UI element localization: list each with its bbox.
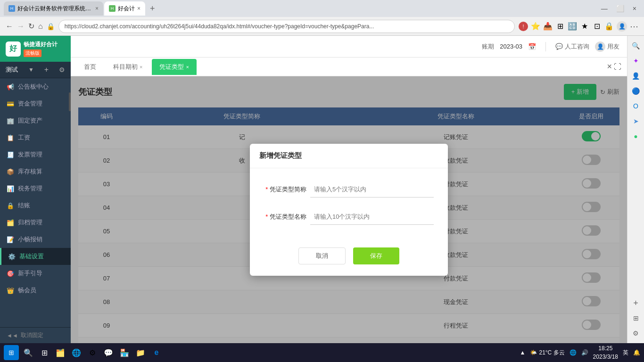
sidebar-item-tax[interactable]: 📊 税务管理 [0, 180, 71, 197]
rp-outlook-icon[interactable]: O [630, 100, 642, 112]
taskbar-edge[interactable]: 🌐 [70, 346, 83, 359]
full-name-input[interactable] [310, 209, 434, 225]
tab-subject-close[interactable]: × [140, 64, 142, 70]
report-icon: 📝 [7, 236, 14, 243]
taskbar-network-icon[interactable]: 🌐 [570, 349, 577, 356]
start-button[interactable]: ⊞ [4, 345, 19, 360]
consult-button[interactable]: 💬 人工咨询 [555, 42, 589, 51]
rp-add-icon[interactable]: + [630, 297, 642, 309]
sidebar-item-member[interactable]: 👑 畅会员 [0, 282, 71, 299]
taskbar-apps[interactable]: ⊞ [38, 346, 51, 359]
rp-star-icon[interactable]: ✦ [630, 55, 642, 67]
tab-voucher-type[interactable]: 凭证类型 × [152, 59, 196, 75]
nav-refresh[interactable]: ↻ [28, 22, 34, 31]
taskbar-up-arrow[interactable]: ▲ [520, 349, 526, 356]
main-area: 账期 2023-03 📅 💬 人工咨询 👤 用友 首页 科目期初 × [71, 36, 627, 343]
ext-icon-8[interactable]: 🔒 [604, 22, 614, 31]
sidebar-item-announcement[interactable]: 📢 公告板中心 [0, 78, 71, 95]
field-short-name: * 凭证类型简称 [264, 181, 434, 197]
sidebar-item-report[interactable]: 📝 小畅报销 [0, 231, 71, 248]
sidebar-item-settings[interactable]: ⚙️ 基础设置 [0, 248, 71, 265]
taskbar-search[interactable]: 🔍 [22, 346, 35, 359]
taskbar-edge2[interactable]: e [150, 346, 163, 359]
tab-expand-button[interactable]: ⛶ [614, 63, 621, 71]
user-label: 用友 [607, 42, 619, 51]
rp-person-icon[interactable]: 👤 [630, 70, 642, 82]
cancel-button[interactable]: 取消 [298, 247, 346, 264]
rp-grid-icon[interactable]: ⊞ [630, 312, 642, 324]
logo-title: 畅捷通好合计 [24, 41, 58, 49]
sidebar-item-inventory[interactable]: 📦 库存核算 [0, 163, 71, 180]
browser-minimize[interactable]: — [597, 3, 611, 14]
rp-search-icon[interactable]: 🔍 [630, 40, 642, 52]
tab-close-2[interactable]: × [137, 5, 140, 12]
save-button[interactable]: 保存 [353, 247, 399, 264]
sidebar-label-report: 小畅报销 [18, 235, 42, 244]
tab-home-label: 首页 [84, 63, 96, 71]
sidebar-label-invoice: 发票管理 [18, 150, 42, 159]
content-area: 凭证类型 + 新增 ↻ 刷新 编码 凭证类型简称 凭证类型名称 是否启用 [71, 76, 627, 343]
logo-icon: 好 [6, 41, 21, 57]
nav-back[interactable]: ← [6, 22, 13, 31]
weather-temp: 21°C 多云 [539, 349, 564, 357]
app-body: 好 畅捷通好合计 流畅版 测试 ▼ + ⚙ 📢 公告板中心 💳 资金管理 [0, 36, 644, 343]
taskbar-folder[interactable]: 📁 [134, 346, 147, 359]
browser-close[interactable]: × [629, 3, 640, 14]
calendar-icon[interactable]: 📅 [528, 43, 536, 50]
rp-green-icon[interactable]: ● [630, 130, 642, 142]
rp-settings-icon[interactable]: ⚙ [630, 327, 642, 339]
taskbar-chrome[interactable]: ⚙ [86, 346, 99, 359]
tab-subject[interactable]: 科目期初 × [106, 59, 150, 75]
taskbar-volume-icon[interactable]: 🔊 [581, 349, 588, 356]
taskbar-store[interactable]: 🏪 [118, 346, 131, 359]
sidebar-item-fixed-assets[interactable]: 🏢 固定资产 [0, 112, 71, 129]
address-input[interactable] [58, 20, 515, 33]
tab-active[interactable]: H 好会计 × [104, 1, 145, 16]
rp-arrow-icon[interactable]: ➤ [630, 115, 642, 127]
taskbar-language[interactable]: 英 [623, 349, 628, 357]
tab-subject-label: 科目期初 [113, 63, 138, 71]
short-name-input[interactable] [310, 181, 434, 197]
sidebar-item-guide[interactable]: 🎯 新手引导 [0, 265, 71, 282]
app-header: 账期 2023-03 📅 💬 人工咨询 👤 用友 [71, 36, 627, 58]
ext-icon-1[interactable]: ! [519, 22, 528, 31]
ext-icon-3[interactable]: 📥 [543, 22, 553, 31]
ext-icon-6[interactable]: ★ [580, 22, 589, 31]
profile-icon[interactable]: 👤 [617, 21, 627, 32]
tab-voucher-close[interactable]: × [186, 64, 189, 70]
browser-restore[interactable]: ⬜ [612, 3, 628, 14]
sidebar-item-funds[interactable]: 💳 资金管理 [0, 95, 71, 112]
modal-body: * 凭证类型简称 * 凭证类型名称 [250, 168, 448, 244]
archive-icon: 🗂️ [7, 219, 14, 226]
nav-forward[interactable]: → [17, 22, 25, 31]
ext-icon-2[interactable]: ⭐ [531, 22, 540, 31]
sidebar-item-salary[interactable]: 📋 工资 [0, 129, 71, 146]
add-company-icon[interactable]: + [44, 66, 49, 74]
nav-home[interactable]: ⌂ [38, 22, 43, 31]
unpin-icon: ◄◄ [7, 332, 18, 339]
right-panel: 🔍 ✦ 👤 🔵 O ➤ ● + ⊞ ⚙ [627, 36, 644, 343]
tab-close-panel-button[interactable]: × [607, 62, 612, 72]
ext-icon-5[interactable]: 🔠 [568, 22, 577, 31]
new-tab-button[interactable]: + [146, 1, 159, 16]
sidebar-item-closing[interactable]: 🔒 结账 [0, 197, 71, 214]
ext-icon-4[interactable]: ⊞ [555, 22, 565, 31]
taskbar-right: ▲ 🌤️ 21°C 多云 🌐 🔊 18:25 2023/3/18 英 🔔 [520, 344, 640, 361]
more-button[interactable]: ⋯ [630, 21, 638, 32]
settings-icon[interactable]: ⚙ [59, 66, 65, 74]
user-button[interactable]: 👤 用友 [595, 41, 619, 52]
sidebar-item-archive[interactable]: 🗂️ 归档管理 [0, 214, 71, 231]
company-selector[interactable]: 测试 ▼ + ⚙ [0, 62, 71, 78]
tab-home[interactable]: 首页 [76, 59, 104, 75]
sidebar-item-invoice[interactable]: 🧾 发票管理 [0, 146, 71, 163]
tab-inactive[interactable]: H 好会计云财务软件管理系统_会计 × [4, 1, 103, 16]
taskbar-wechat[interactable]: 💬 [102, 346, 115, 359]
taskbar-time-area[interactable]: 18:25 2023/3/18 [593, 344, 618, 361]
ext-icon-7[interactable]: ⊡ [592, 22, 602, 31]
taskbar-notification[interactable]: 🔔 [633, 349, 640, 356]
sidebar-bottom[interactable]: ◄◄ 取消固定 [0, 327, 71, 343]
tab-close-1[interactable]: × [95, 5, 99, 12]
taskbar-files[interactable]: 🗂️ [54, 346, 67, 359]
taskbar-time: 18:25 [593, 344, 618, 353]
rp-circle-icon[interactable]: 🔵 [630, 85, 642, 97]
